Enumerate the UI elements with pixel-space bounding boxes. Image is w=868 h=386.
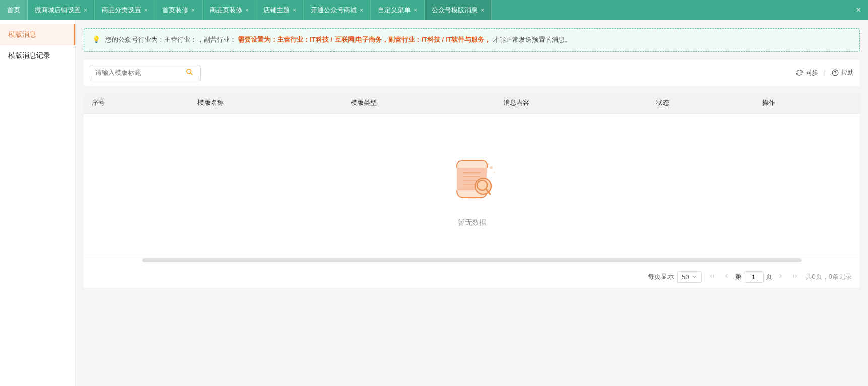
page-navigation: 第 页: [706, 271, 802, 283]
nav-tab-product-category[interactable]: 商品分类设置 ×: [95, 0, 155, 20]
toolbar-divider: |: [824, 69, 826, 76]
notice-text-suffix: 才能正常发送预置的消息。: [493, 36, 571, 43]
table-card: 序号 模版名称 模版类型 消息内容 状态 操作: [84, 92, 860, 288]
svg-point-0: [187, 69, 191, 74]
svg-point-12: [490, 166, 493, 169]
page-di-label: 第: [735, 272, 742, 281]
nav-tab-home[interactable]: 首页: [0, 0, 28, 20]
nav-tab-product-decor-label: 商品页装修: [210, 6, 242, 15]
nav-tab-custom-menu[interactable]: 自定义菜单 ×: [371, 0, 425, 20]
horizontal-scrollbar[interactable]: [142, 258, 802, 262]
sidebar-item-template-record[interactable]: 模版消息记录: [0, 45, 75, 66]
nav-tab-wechat-shop-label: 微商城店铺设置: [35, 6, 81, 15]
nav-tab-shop-theme-close[interactable]: ×: [293, 7, 296, 14]
col-index: 序号: [84, 92, 189, 114]
nav-tab-wechat-shop[interactable]: 微商城店铺设置 ×: [28, 0, 95, 20]
page-size-select-box[interactable]: 50: [677, 271, 701, 283]
nav-tab-home-decor[interactable]: 首页装修 ×: [155, 0, 203, 20]
nav-tab-product-category-label: 商品分类设置: [102, 6, 141, 15]
nav-tab-open-shop-close[interactable]: ×: [360, 7, 363, 14]
chevron-down-icon: [691, 274, 697, 280]
nav-tab-shop-theme-label: 店铺主题: [263, 6, 290, 15]
page-size-selector: 每页显示 50: [648, 271, 701, 283]
help-icon: [832, 69, 839, 76]
nav-close-all-button[interactable]: ×: [849, 0, 868, 20]
col-content: 消息内容: [495, 92, 648, 114]
nav-tab-template-msg-label: 公众号模版消息: [432, 6, 478, 15]
search-input[interactable]: [90, 66, 181, 80]
notice-text-highlight: 需要设置为：主营行业：IT科技 / 互联网|电子商务，副营行业：IT科技 / I…: [238, 36, 491, 43]
notice-box: 💡 您的公众号行业为：主营行业：，副营行业： 需要设置为：主营行业：IT科技 /…: [84, 28, 860, 52]
col-action: 操作: [754, 92, 860, 114]
svg-point-13: [493, 172, 495, 174]
col-status: 状态: [648, 92, 754, 114]
nav-tab-product-decor[interactable]: 商品页装修 ×: [203, 0, 256, 20]
empty-icon: [442, 150, 502, 210]
data-table: 序号 模版名称 模版类型 消息内容 状态 操作: [84, 92, 860, 254]
nav-tab-template-msg[interactable]: 公众号模版消息 ×: [425, 0, 492, 20]
page-size-label: 每页显示: [648, 272, 674, 281]
prev-page-button[interactable]: [720, 271, 733, 282]
nav-tab-shop-theme[interactable]: 店铺主题 ×: [256, 0, 304, 20]
page-unit-label: 页: [766, 272, 772, 281]
help-button[interactable]: 帮助: [832, 68, 854, 78]
search-box[interactable]: [90, 65, 201, 81]
nav-tab-open-shop-label: 开通公众号商城: [311, 6, 357, 15]
sidebar: 模版消息 模版消息记录: [0, 20, 76, 386]
table-header: 序号 模版名称 模版类型 消息内容 状态 操作: [84, 92, 860, 114]
sync-button[interactable]: 同步: [796, 68, 818, 78]
toolbar: 同步 | 帮助: [84, 60, 860, 86]
empty-cell: 暂无数据: [84, 113, 860, 254]
content-area: 💡 您的公众号行业为：主营行业：，副营行业： 需要设置为：主营行业：IT科技 /…: [76, 20, 868, 386]
nav-tab-custom-menu-label: 自定义菜单: [378, 6, 411, 15]
empty-row: 暂无数据: [84, 113, 860, 254]
svg-point-14: [487, 163, 489, 165]
nav-tab-template-msg-close[interactable]: ×: [481, 7, 484, 14]
nav-tab-product-decor-close[interactable]: ×: [245, 7, 249, 14]
next-page-button[interactable]: [774, 271, 787, 282]
col-name: 模版名称: [189, 92, 343, 114]
notice-icon: 💡: [92, 36, 100, 43]
nav-tab-product-category-close[interactable]: ×: [144, 7, 148, 14]
page-size-value: 50: [682, 273, 689, 281]
total-info: 共0页，0条记录: [806, 272, 852, 281]
sync-icon: [796, 69, 803, 76]
nav-tab-home-decor-close[interactable]: ×: [191, 7, 195, 14]
pagination-bar: 每页显示 50: [84, 266, 860, 288]
nav-tab-open-shop[interactable]: 开通公众号商城 ×: [304, 0, 371, 20]
toolbar-right: 同步 | 帮助: [796, 68, 854, 78]
search-button[interactable]: [181, 65, 198, 81]
nav-tab-home-label: 首页: [7, 6, 20, 15]
empty-text: 暂无数据: [92, 218, 852, 227]
notice-text-prefix: 您的公众号行业为：主营行业：，副营行业：: [105, 36, 236, 43]
nav-tab-custom-menu-close[interactable]: ×: [414, 7, 417, 14]
top-navigation: 首页 微商城店铺设置 × 商品分类设置 × 首页装修 × 商品页装修 × 店铺主…: [0, 0, 868, 20]
col-type: 模版类型: [343, 92, 496, 114]
page-number-input[interactable]: [744, 271, 764, 283]
last-page-button[interactable]: [789, 271, 802, 282]
svg-line-1: [190, 73, 192, 75]
table-body: 暂无数据: [84, 113, 860, 254]
table-header-row: 序号 模版名称 模版类型 消息内容 状态 操作: [84, 92, 860, 114]
first-page-button[interactable]: [706, 271, 718, 282]
empty-state: 暂无数据: [92, 120, 852, 248]
sidebar-item-template-message[interactable]: 模版消息: [0, 24, 75, 45]
nav-tab-wechat-shop-close[interactable]: ×: [84, 7, 87, 14]
horizontal-scrollbar-row: [84, 254, 860, 266]
main-layout: 模版消息 模版消息记录 💡 您的公众号行业为：主营行业：，副营行业： 需要设置为…: [0, 20, 868, 386]
nav-tab-home-decor-label: 首页装修: [162, 6, 188, 15]
